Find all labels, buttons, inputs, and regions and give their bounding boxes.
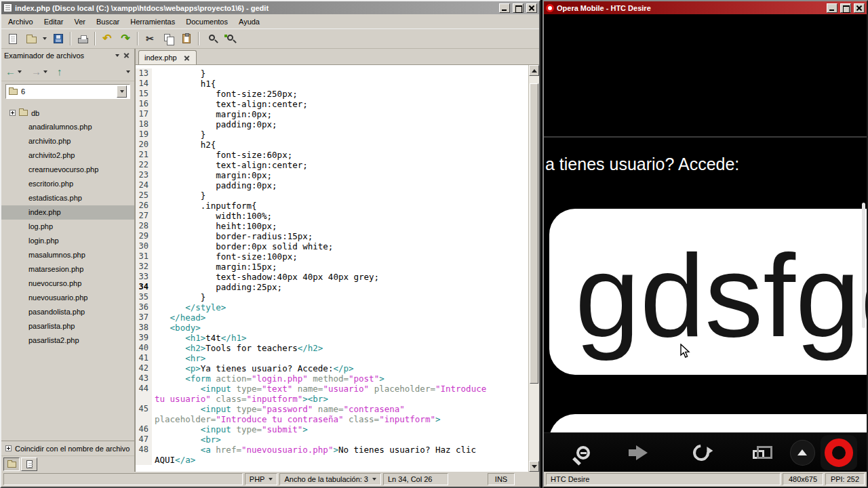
- code-line[interactable]: 42 <p>Ya tienes usuario? Accede:</p>: [136, 363, 528, 373]
- menu-archivo[interactable]: Archivo: [3, 16, 39, 28]
- maximize-button[interactable]: [840, 3, 851, 13]
- forward-button[interactable]: [612, 445, 671, 460]
- scroll-up-button[interactable]: [529, 65, 539, 76]
- more-dropdown-icon[interactable]: [126, 70, 130, 73]
- back-button[interactable]: ←: [5, 66, 16, 77]
- minimize-button[interactable]: [499, 3, 510, 13]
- code-line[interactable]: 38 <body>: [136, 323, 528, 333]
- file-item-pasarlista.php[interactable]: pasarlista.php: [1, 319, 134, 333]
- code-line[interactable]: 39 <h1>t4t</h1>: [136, 333, 528, 343]
- password-input[interactable]: [549, 414, 867, 432]
- file-item-archivito2.php[interactable]: archivito2.php: [1, 148, 134, 163]
- tab-index-php[interactable]: index.php: [138, 50, 197, 64]
- panel-switcher-caret-icon[interactable]: [115, 54, 119, 57]
- username-input[interactable]: gdsfgd: [549, 209, 867, 375]
- copy-button[interactable]: [159, 30, 177, 47]
- undo-button[interactable]: ↶: [98, 30, 116, 47]
- code-line[interactable]: tu usuario" class="inputform"><br>: [136, 394, 528, 404]
- print-button[interactable]: [74, 30, 92, 47]
- code-line[interactable]: 43 <form action="login.php" method="post…: [136, 373, 528, 384]
- code-line[interactable]: 27 width:100%;: [136, 211, 528, 221]
- forward-dropdown-icon[interactable]: [43, 70, 47, 73]
- code-line[interactable]: 16 text-align:center;: [136, 99, 528, 109]
- code-line[interactable]: 18 padding:0px;: [136, 119, 528, 129]
- code-line[interactable]: 21 font-size:60px;: [136, 150, 528, 160]
- code-line[interactable]: 26 .inputform{: [136, 201, 528, 211]
- code-line[interactable]: 13 }: [136, 68, 528, 79]
- code-line[interactable]: 25 }: [136, 190, 528, 201]
- editor-scrollbar[interactable]: [528, 65, 539, 472]
- expand-icon[interactable]: [5, 445, 12, 451]
- forward-button[interactable]: →: [31, 66, 41, 77]
- maximize-button[interactable]: [513, 3, 524, 13]
- code-line[interactable]: 17 margin:0px;: [136, 109, 528, 119]
- code-line[interactable]: 41 <hr>: [136, 353, 528, 363]
- up-button[interactable]: ↑: [57, 66, 62, 77]
- code-line[interactable]: 23 margin:0px;: [136, 170, 528, 180]
- code-line[interactable]: 32 margin:15px;: [136, 262, 528, 272]
- browser-viewport[interactable]: a tienes usuario? Accede: gdsfgd: [544, 14, 867, 432]
- code-line[interactable]: AQUI</a>: [136, 455, 528, 465]
- save-button[interactable]: [50, 30, 67, 47]
- tabs-button[interactable]: [731, 446, 790, 459]
- code-line[interactable]: 36 </style>: [136, 302, 528, 312]
- code-line[interactable]: 35 }: [136, 292, 528, 302]
- menu-herramientas[interactable]: Herramientas: [125, 16, 180, 28]
- code-line[interactable]: 14 h1{: [136, 79, 528, 89]
- code-line[interactable]: placeholder="Introduce tu contraseña" cl…: [136, 414, 528, 424]
- file-item-pasandolista.php[interactable]: pasandolista.php: [1, 305, 134, 319]
- panel-tab-file-browser[interactable]: [3, 458, 20, 471]
- redo-button[interactable]: ↷: [117, 30, 134, 47]
- file-item-estadisticas.php[interactable]: estadisticas.php: [1, 191, 134, 205]
- scrollbar-thumb[interactable]: [530, 83, 538, 384]
- expand-icon[interactable]: [9, 110, 16, 116]
- gedit-titlebar[interactable]: index.php (Disco local (C:) \xampp\htdoc…: [1, 1, 539, 14]
- menu-editar[interactable]: Editar: [39, 16, 69, 28]
- panel-close-button[interactable]: [122, 51, 132, 60]
- code-line[interactable]: 40 <h2>Tools for teachers</h2>: [136, 343, 528, 353]
- code-lines[interactable]: 13 }14 h1{15 font-size:250px;16 text-ali…: [136, 65, 528, 472]
- code-line[interactable]: 45 <input type="password" name="contrase…: [136, 404, 528, 414]
- tree-folder-db[interactable]: db: [1, 106, 134, 120]
- file-item-crearnuevocurso.php[interactable]: crearnuevocurso.php: [1, 163, 134, 177]
- code-line[interactable]: 48 <a href="nuevousuario.php">No tienes …: [136, 445, 528, 455]
- code-line[interactable]: 46 <input type="submit">: [136, 424, 528, 434]
- code-line[interactable]: 15 font-size:250px;: [136, 89, 528, 99]
- location-dropdown-button[interactable]: [117, 85, 127, 98]
- file-item-escritorio.php[interactable]: escritorio.php: [1, 177, 134, 191]
- menu-ver[interactable]: Ver: [68, 16, 91, 28]
- code-line[interactable]: 44 <input type="text" name="usuario" pla…: [136, 384, 528, 394]
- find-button[interactable]: [202, 30, 220, 47]
- close-button[interactable]: [854, 3, 865, 13]
- menu-buscar[interactable]: Buscar: [91, 16, 125, 28]
- new-document-button[interactable]: [4, 30, 22, 47]
- opera-titlebar[interactable]: Opera Mobile - HTC Desire: [544, 1, 867, 14]
- code-line[interactable]: 19 }: [136, 129, 528, 140]
- code-line[interactable]: 33 text-shadow:40px 40px 40px grey;: [136, 272, 528, 282]
- filter-row[interactable]: Coincidir con el nombre de archivo: [1, 441, 134, 455]
- menu-documentos[interactable]: Documentos: [180, 16, 233, 28]
- file-item-index.php[interactable]: index.php: [1, 205, 134, 220]
- language-selector[interactable]: PHP: [245, 473, 278, 485]
- code-line[interactable]: 29 border-radius:15px;: [136, 231, 528, 241]
- tab-close-button[interactable]: [182, 54, 191, 62]
- file-item-masalumnos.php[interactable]: masalumnos.php: [1, 248, 134, 262]
- open-dropdown-button[interactable]: [41, 30, 49, 47]
- scrollbar-track[interactable]: [529, 76, 539, 461]
- paste-button[interactable]: [178, 30, 195, 47]
- code-line[interactable]: 22 text-align:center;: [136, 160, 528, 170]
- code-line[interactable]: 34 padding:25px;: [136, 282, 528, 292]
- close-button[interactable]: [526, 3, 537, 13]
- tab-width-selector[interactable]: Ancho de la tabulación: 3: [279, 473, 381, 485]
- file-item-nuevocurso.php[interactable]: nuevocurso.php: [1, 277, 134, 291]
- code-line[interactable]: 20 h2{: [136, 140, 528, 150]
- menu-up-button[interactable]: [790, 440, 815, 466]
- code-line[interactable]: 24 padding:0px;: [136, 180, 528, 190]
- open-button[interactable]: [22, 30, 40, 47]
- page-scrollbar[interactable]: [862, 203, 865, 328]
- file-item-log.php[interactable]: log.php: [1, 220, 134, 234]
- code-line[interactable]: 30 border:0px solid white;: [136, 241, 528, 251]
- file-item-archivito.php[interactable]: archivito.php: [1, 134, 134, 148]
- zoom-out-button[interactable]: [553, 446, 612, 460]
- file-item-pasarlista2.php[interactable]: pasarlista2.php: [1, 333, 134, 348]
